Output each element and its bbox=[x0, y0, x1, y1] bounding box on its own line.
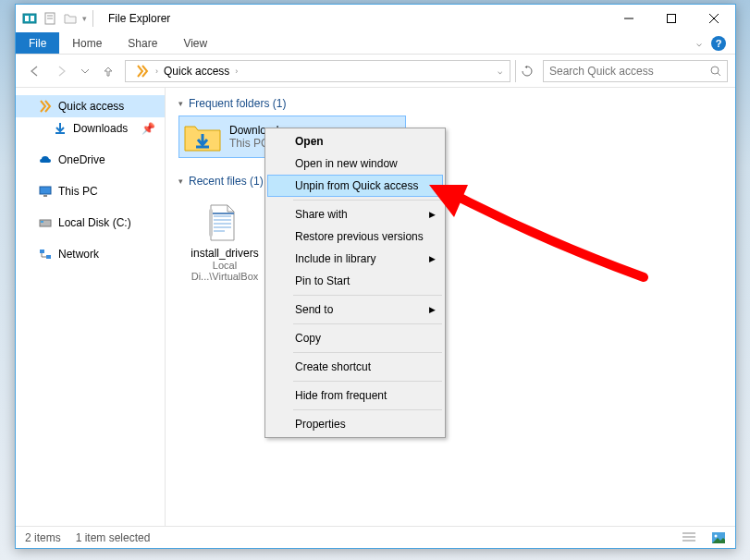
address-bar[interactable]: › Quick access › ⌵ bbox=[125, 60, 510, 82]
up-button[interactable] bbox=[97, 60, 119, 82]
item-sub: This PC bbox=[229, 137, 269, 150]
nav-label: Local Disk (C:) bbox=[58, 216, 131, 229]
nav-network[interactable]: Network bbox=[16, 243, 165, 265]
separator bbox=[293, 381, 442, 382]
forward-button[interactable] bbox=[51, 60, 73, 82]
ctx-restore-versions[interactable]: Restore previous versions bbox=[267, 225, 443, 248]
ctx-hide-frequent[interactable]: Hide from frequent bbox=[267, 384, 443, 407]
group-label: Frequent folders (1) bbox=[189, 97, 286, 110]
address-icon bbox=[129, 61, 155, 81]
qat-dropdown-icon[interactable]: ▾ bbox=[82, 14, 87, 23]
nav-label: OneDrive bbox=[58, 153, 105, 166]
ctx-properties[interactable]: Properties bbox=[267, 413, 443, 435]
thumbnails-view-button[interactable] bbox=[711, 531, 726, 544]
group-frequent-folders[interactable]: ▾ Frequent folders (1) bbox=[178, 97, 722, 110]
text-file-icon bbox=[203, 202, 246, 245]
close-button[interactable] bbox=[693, 5, 735, 32]
nav-local-disk[interactable]: Local Disk (C:) bbox=[16, 212, 165, 234]
ctx-create-shortcut[interactable]: Create shortcut bbox=[267, 356, 443, 378]
nav-downloads[interactable]: Downloads 📌 bbox=[16, 117, 165, 140]
ribbon: File Home Share View ⌵ ? bbox=[16, 32, 735, 55]
tab-view[interactable]: View bbox=[170, 32, 220, 54]
nav-label: Downloads bbox=[73, 122, 128, 135]
ctx-include-library[interactable]: Include in library▶ bbox=[267, 248, 443, 270]
details-view-button[interactable] bbox=[682, 531, 696, 544]
properties-icon[interactable] bbox=[42, 10, 58, 27]
collapse-icon[interactable]: ▾ bbox=[178, 99, 183, 108]
svg-rect-1 bbox=[25, 16, 29, 21]
network-icon bbox=[38, 247, 53, 262]
recent-locations-button[interactable] bbox=[79, 60, 92, 82]
separator bbox=[92, 10, 93, 27]
svg-rect-21 bbox=[214, 219, 231, 221]
ctx-unpin-quick-access[interactable]: Unpin from Quick access bbox=[267, 175, 443, 197]
ctx-pin-start[interactable]: Pin to Start bbox=[267, 270, 443, 292]
submenu-arrow-icon: ▶ bbox=[429, 254, 436, 263]
content-pane[interactable]: ▾ Frequent folders (1) Downloads This PC… bbox=[166, 88, 735, 526]
file-item[interactable]: install_drivers Local Di...\VirtualBox bbox=[178, 199, 271, 286]
status-selected-count: 1 item selected bbox=[76, 531, 151, 544]
nav-this-pc[interactable]: This PC bbox=[16, 180, 165, 202]
svg-rect-18 bbox=[46, 255, 51, 259]
svg-rect-14 bbox=[43, 195, 47, 197]
downloads-icon bbox=[53, 121, 68, 136]
ctx-copy[interactable]: Copy bbox=[267, 327, 443, 349]
separator bbox=[293, 409, 442, 410]
tab-home[interactable]: Home bbox=[59, 32, 115, 54]
pc-icon bbox=[38, 184, 53, 199]
pin-icon: 📌 bbox=[141, 122, 155, 135]
submenu-arrow-icon: ▶ bbox=[429, 305, 436, 314]
ribbon-expand-icon[interactable]: ⌵ bbox=[696, 38, 702, 48]
refresh-button[interactable] bbox=[515, 60, 537, 82]
ctx-open-new-window[interactable]: Open in new window bbox=[267, 152, 443, 175]
svg-rect-20 bbox=[214, 215, 231, 217]
navigation-pane: Quick access Downloads 📌 OneDrive This P… bbox=[16, 88, 166, 526]
group-label: Recent files (1) bbox=[189, 175, 264, 188]
nav-onedrive[interactable]: OneDrive bbox=[16, 149, 165, 171]
nav-label: This PC bbox=[58, 185, 98, 198]
tab-share[interactable]: Share bbox=[115, 32, 170, 54]
tab-file[interactable]: File bbox=[16, 32, 59, 54]
collapse-icon[interactable]: ▾ bbox=[178, 177, 183, 186]
new-folder-icon[interactable] bbox=[62, 10, 79, 27]
app-icon bbox=[21, 10, 38, 27]
svg-rect-16 bbox=[41, 221, 43, 223]
svg-point-10 bbox=[711, 67, 719, 74]
navigation-bar: › Quick access › ⌵ bbox=[16, 55, 735, 88]
ctx-send-to[interactable]: Send to▶ bbox=[267, 298, 443, 321]
context-menu: Open Open in new window Unpin from Quick… bbox=[264, 128, 446, 438]
svg-line-11 bbox=[718, 73, 720, 76]
svg-rect-13 bbox=[40, 187, 51, 194]
nav-label: Network bbox=[58, 248, 99, 261]
nav-label: Quick access bbox=[58, 100, 124, 113]
svg-rect-7 bbox=[668, 15, 676, 23]
svg-rect-25 bbox=[211, 213, 234, 214]
group-recent-files[interactable]: ▾ Recent files (1) bbox=[178, 175, 722, 188]
status-bar: 2 items 1 item selected bbox=[16, 526, 735, 548]
svg-rect-17 bbox=[40, 250, 44, 253]
svg-rect-23 bbox=[214, 226, 231, 228]
search-icon bbox=[710, 66, 721, 77]
breadcrumb-quick-access[interactable]: Quick access bbox=[158, 61, 235, 81]
submenu-arrow-icon: ▶ bbox=[429, 210, 436, 219]
chevron-right-icon[interactable]: › bbox=[235, 67, 238, 76]
svg-rect-26 bbox=[209, 209, 213, 237]
ctx-share-with[interactable]: Share with▶ bbox=[267, 203, 443, 225]
back-button[interactable] bbox=[23, 60, 45, 82]
ctx-open[interactable]: Open bbox=[267, 130, 443, 152]
maximize-button[interactable] bbox=[650, 5, 693, 32]
quick-access-toolbar: ▾ bbox=[16, 10, 101, 27]
svg-rect-24 bbox=[214, 230, 225, 232]
separator bbox=[293, 323, 442, 324]
nav-quick-access[interactable]: Quick access bbox=[16, 95, 165, 117]
item-sub: Local Di...\VirtualBox bbox=[182, 260, 267, 282]
window-title: File Explorer bbox=[101, 12, 608, 25]
separator bbox=[293, 200, 442, 201]
search-input[interactable] bbox=[549, 65, 710, 78]
svg-point-31 bbox=[715, 534, 718, 537]
search-box[interactable] bbox=[543, 60, 728, 82]
address-dropdown-icon[interactable]: ⌵ bbox=[494, 67, 506, 76]
minimize-button[interactable] bbox=[608, 5, 650, 32]
quick-access-icon bbox=[38, 99, 53, 114]
help-icon[interactable]: ? bbox=[711, 36, 726, 51]
